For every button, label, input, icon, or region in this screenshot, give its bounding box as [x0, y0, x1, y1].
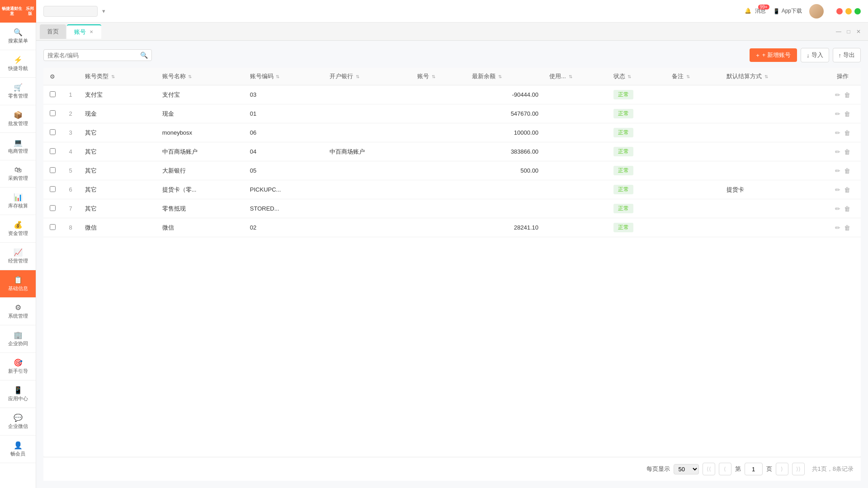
- next-page-button[interactable]: ⟩: [776, 463, 788, 475]
- prev-page-button[interactable]: ⟨: [719, 463, 731, 475]
- user-avatar[interactable]: [809, 4, 824, 19]
- topbar-search-input[interactable]: [43, 6, 98, 17]
- table-row[interactable]: 8 微信 微信 02 28241.10 正常 ✏ 🗑: [43, 218, 861, 237]
- row-checkbox-cell: [43, 85, 61, 104]
- col-type[interactable]: 账号类型 ⇅: [80, 68, 157, 85]
- table-row[interactable]: 6 其它 提货卡（零... PICKUPC... 正常 提货卡 ✏ 🗑: [43, 180, 861, 199]
- sidebar-item-enterprise-wx[interactable]: 💬 企业微信: [0, 408, 36, 436]
- col-account[interactable]: 账号 ⇅: [412, 68, 467, 85]
- edit-icon[interactable]: ✏: [835, 205, 840, 212]
- table-row[interactable]: 3 其它 moneybosx 06 10000.00 正常 ✏ 🗑: [43, 123, 861, 142]
- row-usage: [544, 199, 608, 218]
- sidebar-item-retail[interactable]: 🛒 零售管理: [0, 78, 36, 105]
- first-page-button[interactable]: ⟨⟨: [703, 463, 715, 475]
- edit-icon[interactable]: ✏: [835, 148, 840, 155]
- row-actions: ✏ 🗑: [825, 180, 861, 199]
- col-status[interactable]: 状态 ⇅: [608, 68, 666, 85]
- sidebar-item-ecommerce[interactable]: 💻 电商管理: [0, 133, 36, 160]
- edit-icon[interactable]: ✏: [835, 224, 840, 231]
- delete-icon[interactable]: 🗑: [844, 167, 850, 174]
- page-number-input[interactable]: [745, 463, 763, 475]
- inventory-icon: 📊: [2, 193, 34, 202]
- row-actions: ✏ 🗑: [825, 218, 861, 237]
- row-num: 8: [61, 218, 80, 237]
- edit-icon[interactable]: ✏: [835, 167, 840, 174]
- delete-icon[interactable]: 🗑: [844, 224, 850, 231]
- col-name[interactable]: 账号名称 ⇅: [157, 68, 245, 85]
- table-row[interactable]: 4 其它 中百商场账户 04 中百商场账户 383866.00 正常 ✏ 🗑: [43, 142, 861, 161]
- last-page-button[interactable]: ⟩⟩: [792, 463, 805, 475]
- col-remark[interactable]: 备注 ⇅: [666, 68, 721, 85]
- table-row[interactable]: 1 支付宝 支付宝 03 -90444.00 正常 ✏ 🗑: [43, 85, 861, 104]
- sidebar-item-guide[interactable]: 🎯 新手引导: [0, 353, 36, 380]
- sidebar-item-member[interactable]: 👤 畅会员: [0, 436, 36, 463]
- row-type: 其它: [80, 123, 157, 142]
- row-checkbox[interactable]: [50, 129, 56, 135]
- app-download-button[interactable]: 📱 App下载: [773, 7, 802, 15]
- row-checkbox[interactable]: [50, 91, 56, 97]
- delete-icon[interactable]: 🗑: [844, 110, 850, 117]
- col-bank[interactable]: 开户银行 ⇅: [324, 68, 412, 85]
- edit-icon[interactable]: ✏: [835, 129, 840, 136]
- row-actions: ✏ 🗑: [825, 123, 861, 142]
- row-checkbox[interactable]: [50, 224, 56, 230]
- sidebar-item-purchase[interactable]: 🛍 采购管理: [0, 160, 36, 188]
- window-minimize-button[interactable]: [845, 8, 852, 14]
- sidebar-item-search-menu[interactable]: 🔍 搜索菜单: [0, 23, 36, 50]
- row-default-payment: [721, 123, 825, 142]
- row-checkbox[interactable]: [50, 167, 56, 173]
- tab-win-close[interactable]: ✕: [854, 28, 863, 36]
- col-usage[interactable]: 使用... ⇅: [544, 68, 608, 85]
- delete-icon[interactable]: 🗑: [844, 129, 850, 136]
- sidebar-item-inventory[interactable]: 📊 库存核算: [0, 188, 36, 215]
- search-input[interactable]: [47, 52, 140, 59]
- sidebar-item-wholesale[interactable]: 📦 批发管理: [0, 105, 36, 133]
- sidebar-item-app-center[interactable]: 📱 应用中心: [0, 380, 36, 408]
- window-close-button[interactable]: [836, 8, 843, 14]
- row-checkbox[interactable]: [50, 110, 56, 116]
- export-button[interactable]: ↑ 导出: [833, 48, 861, 62]
- table-row[interactable]: 2 现金 现金 01 547670.00 正常 ✏ 🗑: [43, 104, 861, 123]
- row-checkbox[interactable]: [50, 186, 56, 192]
- row-account: [412, 161, 467, 180]
- row-balance: 500.00: [467, 161, 544, 180]
- message-button[interactable]: 🔔 99+ 消息: [745, 7, 765, 15]
- accounts-table: ⚙ 账号类型 ⇅ 账号名称 ⇅ 账号编码 ⇅: [43, 68, 861, 237]
- tab-win-restore[interactable]: —: [835, 28, 843, 36]
- edit-icon[interactable]: ✏: [835, 186, 840, 193]
- col-balance[interactable]: 最新余额 ⇅: [467, 68, 544, 85]
- window-controls: [836, 8, 861, 14]
- delete-icon[interactable]: 🗑: [844, 205, 850, 212]
- row-checkbox[interactable]: [50, 205, 56, 211]
- tab-account[interactable]: 账号 ✕: [67, 24, 101, 39]
- sidebar-item-shortcut[interactable]: ⚡ 快捷导航: [0, 50, 36, 78]
- topbar-dropdown-icon[interactable]: ▾: [102, 8, 105, 14]
- tab-home[interactable]: 首页: [40, 24, 66, 39]
- col-default-payment[interactable]: 默认结算方式 ⇅: [721, 68, 825, 85]
- sidebar-item-enterprise[interactable]: 🏢 企业协同: [0, 325, 36, 353]
- delete-icon[interactable]: 🗑: [844, 91, 850, 99]
- window-maximize-button[interactable]: [854, 8, 861, 14]
- tab-win-maximize[interactable]: □: [844, 28, 853, 36]
- sidebar-item-system[interactable]: ⚙ 系统管理: [0, 298, 36, 325]
- delete-icon[interactable]: 🗑: [844, 148, 850, 155]
- col-settings[interactable]: ⚙: [43, 68, 61, 85]
- sidebar-item-finance[interactable]: 💰 资金管理: [0, 215, 36, 243]
- sidebar-item-operations[interactable]: 📈 经营管理: [0, 243, 36, 270]
- row-checkbox[interactable]: [50, 148, 56, 154]
- tab-account-close[interactable]: ✕: [89, 29, 94, 34]
- table-row[interactable]: 7 其它 零售抵现 STORED... 正常 ✏ 🗑: [43, 199, 861, 218]
- edit-icon[interactable]: ✏: [835, 91, 840, 99]
- col-remark-label: 备注: [672, 73, 684, 80]
- row-actions: ✏ 🗑: [825, 85, 861, 104]
- table-row[interactable]: 5 其它 大新银行 05 500.00 正常 ✏ 🗑: [43, 161, 861, 180]
- import-button[interactable]: ↓ 导入: [801, 48, 829, 62]
- search-icon[interactable]: 🔍: [140, 52, 148, 59]
- add-icon: +: [756, 52, 760, 59]
- sidebar-item-basic-info[interactable]: 📋 基础信息: [0, 270, 36, 298]
- delete-icon[interactable]: 🗑: [844, 186, 850, 193]
- edit-icon[interactable]: ✏: [835, 110, 840, 117]
- add-account-button[interactable]: + + 新增账号: [750, 48, 797, 62]
- per-page-select[interactable]: 50 100: [674, 464, 699, 474]
- col-code[interactable]: 账号编码 ⇅: [245, 68, 324, 85]
